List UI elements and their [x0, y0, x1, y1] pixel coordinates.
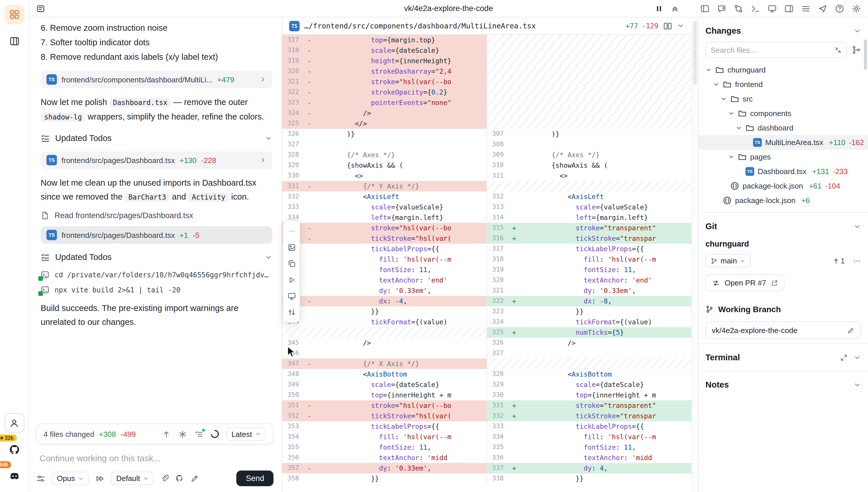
- updated-todos-row[interactable]: Updated Todos: [41, 250, 272, 264]
- working-branch-field[interactable]: vk/4e2a-explore-the-code: [705, 321, 861, 339]
- notes-section-header[interactable]: Notes: [705, 376, 861, 393]
- diff-line[interactable]: 333 tickLabelProps={{: [487, 421, 691, 432]
- diff-line[interactable]: 334 fill: 'hsl(var(--m: [487, 432, 691, 442]
- diff-line[interactable]: 332 <AxisLeft: [282, 192, 487, 202]
- ahead-count[interactable]: 1: [832, 257, 845, 265]
- share-icon[interactable]: [818, 4, 827, 13]
- chevron-down-icon[interactable]: [853, 353, 861, 361]
- diff-line[interactable]: 324- />: [282, 108, 487, 118]
- attach-icon[interactable]: [161, 474, 169, 483]
- chat-input[interactable]: Continue working on this task...: [36, 444, 274, 468]
- changes-status-bar[interactable]: 4 files changed +308 -499 Latest: [36, 423, 274, 444]
- diff-line[interactable]: 330 top={innerHeight + m: [487, 390, 691, 400]
- diff-line[interactable]: 342- dx: -4,: [282, 296, 487, 306]
- diff-line[interactable]: 346: [282, 348, 487, 359]
- discord-button[interactable]: [4, 466, 24, 486]
- board-view-button[interactable]: [4, 31, 24, 51]
- diff-line[interactable]: 357- dy: '0.33em',: [282, 463, 487, 473]
- read-file-row[interactable]: Read frontend/src/pages/Dashboard.tsx: [41, 211, 272, 220]
- compare-icon[interactable]: [284, 304, 299, 320]
- diff-line[interactable]: 334 left={margin.left}: [282, 212, 487, 223]
- diff-line[interactable]: 319- height={innerHeight}: [282, 56, 487, 66]
- diff-line[interactable]: 310 {showAxis && (: [487, 160, 691, 171]
- image-diff-icon[interactable]: [284, 240, 299, 255]
- open-pr-button[interactable]: Open PR #7: [705, 274, 784, 291]
- diff-line[interactable]: 317 tickLabelProps={{: [487, 244, 691, 254]
- collapse-up-icon[interactable]: [671, 4, 679, 13]
- diff-line[interactable]: 311 <>: [487, 171, 691, 181]
- terminal-command-row[interactable]: cd /private/var/folders/10/h7w0q46556ggr…: [41, 270, 272, 279]
- help-icon[interactable]: [835, 4, 844, 13]
- diff-line[interactable]: 345 />: [282, 338, 487, 348]
- diff-line[interactable]: 352- tickStroke="hsl(var(: [282, 411, 487, 421]
- signature-icon[interactable]: [191, 474, 200, 483]
- chat-bubble-icon[interactable]: [717, 4, 726, 13]
- diff-line[interactable]: 338 fill: 'hsl(var(--m: [282, 254, 487, 265]
- panel-right-icon[interactable]: [784, 4, 794, 13]
- diff-line[interactable]: 337 tickLabelProps={{: [282, 244, 487, 254]
- skip-icon[interactable]: [95, 474, 104, 483]
- diff-line[interactable]: 325+ numTicks={5}: [487, 327, 691, 338]
- github-icon[interactable]: [175, 474, 184, 483]
- diff-line[interactable]: 336- tickStroke="hsl(var(: [282, 233, 487, 244]
- diff-line[interactable]: 324 tickFormat={(value): [487, 317, 691, 327]
- tree-file-package-lock.json[interactable]: package-lock.json+61-104: [699, 179, 868, 193]
- diff-line[interactable]: 358 }}: [282, 473, 487, 484]
- copy-icon[interactable]: [284, 256, 299, 271]
- diff-line[interactable]: 333 scale={valueScale}: [282, 202, 487, 212]
- git-section-header[interactable]: Git: [705, 218, 861, 235]
- tree-file-Dashboard.tsx[interactable]: TSDashboard.tsx+131-233: [699, 164, 868, 179]
- diff-line[interactable]: 339 fontSize: 11,: [282, 265, 487, 275]
- diff-line[interactable]: 350 top={innerHeight + m: [282, 390, 487, 400]
- run-icon[interactable]: [284, 272, 299, 287]
- tree-file-package-lock.json[interactable]: package-lock.json+6: [699, 193, 868, 208]
- diff-scrollbar[interactable]: [691, 18, 698, 492]
- edit-branch-icon[interactable]: [847, 326, 855, 334]
- file-change-chip[interactable]: TS frontend/src/components/dashboard/Mul…: [41, 71, 272, 88]
- diff-line[interactable]: 335 fontSize: 11,: [487, 442, 691, 452]
- app-logo-button[interactable]: [4, 5, 24, 24]
- more-options-icon[interactable]: [853, 257, 861, 265]
- diff-line[interactable]: 348 <AxisBottom: [282, 369, 487, 379]
- diff-line[interactable]: 328 <AxisBottom: [487, 369, 691, 379]
- diff-line[interactable]: 318- scale={dateScale}: [282, 45, 487, 56]
- diff-line[interactable]: 320 textAnchor: 'end': [487, 275, 691, 286]
- diff-line[interactable]: 327: [487, 348, 691, 359]
- diff-line[interactable]: 332+ tickStroke="transpar: [487, 411, 691, 421]
- tree-folder-components[interactable]: components: [699, 106, 868, 121]
- chat-messages[interactable]: 6. Remove zoom instruction noise7. Softe…: [29, 18, 282, 423]
- mode-selector[interactable]: Default: [111, 472, 154, 485]
- diff-line[interactable]: 309 {/* Axes */}: [487, 150, 691, 160]
- diff-line[interactable]: 331+ stroke="transparent": [487, 400, 691, 411]
- updated-todos-row[interactable]: Updated Todos: [41, 131, 272, 145]
- diff-line[interactable]: 312 <AxisLeft: [487, 192, 691, 202]
- file-change-chip[interactable]: TS frontend/src/pages/Dashboard.tsx +130…: [41, 151, 272, 169]
- model-selector[interactable]: Opus: [52, 472, 89, 485]
- diff-line[interactable]: 307 )}: [487, 129, 691, 139]
- diff-line[interactable]: 343 }}: [282, 306, 487, 317]
- diff-line[interactable]: 315+ stroke="transparent": [487, 223, 691, 233]
- diff-line[interactable]: 347- {/* X Axis */}: [282, 359, 487, 369]
- terminal-command-row[interactable]: npx vite build 2>&1 | tail -20: [41, 286, 272, 294]
- diff-line[interactable]: 322- strokeOpacity={0.2}: [282, 87, 487, 97]
- terminal-section-header[interactable]: Terminal: [705, 349, 861, 366]
- account-button[interactable]: [4, 413, 24, 433]
- diff-line[interactable]: 323- pointerEvents="none": [282, 97, 487, 108]
- tree-file-MultiLineArea.tsx[interactable]: TSMultiLineArea.tsx+110-162: [699, 135, 868, 150]
- branch-selector[interactable]: main: [705, 254, 751, 268]
- open-in-browser-icon[interactable]: [284, 288, 299, 303]
- diff-line[interactable]: 326 )}: [282, 129, 487, 139]
- tree-folder-churnguard[interactable]: churnguard: [699, 63, 868, 77]
- tree-folder-src[interactable]: src: [699, 92, 868, 106]
- changes-section-header[interactable]: Changes: [705, 22, 861, 40]
- send-button[interactable]: Send: [237, 470, 274, 486]
- tree-folder-dashboard[interactable]: dashboard: [699, 121, 868, 135]
- diff-line[interactable]: 331- {/* Y Axis */}: [282, 181, 487, 192]
- diff-line[interactable]: 329 {showAxis && (: [282, 160, 487, 171]
- diff-line[interactable]: 354 fill: 'hsl(var(--m: [282, 432, 487, 442]
- collapse-all-icon[interactable]: [834, 46, 842, 54]
- diff-line[interactable]: 314 left={margin.left}: [487, 212, 691, 223]
- diff-line[interactable]: 353 tickLabelProps={{: [282, 421, 487, 432]
- diff-line[interactable]: 320- strokeDasharray="2,4: [282, 66, 487, 77]
- diff-line[interactable]: 327: [282, 139, 487, 150]
